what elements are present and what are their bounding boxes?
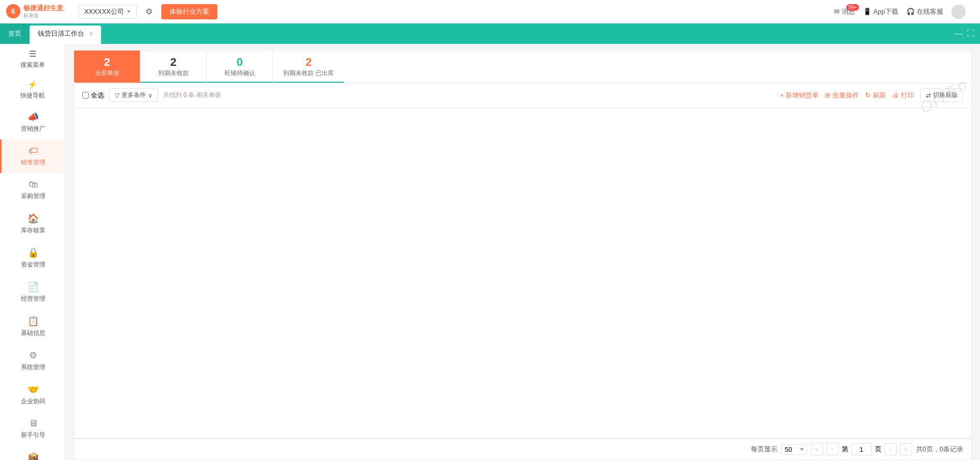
sidebar-item-inventory[interactable]: 🏠 库存核算 <box>0 207 65 241</box>
sidebar-item-basic[interactable]: 📋 基础信息 <box>0 309 65 344</box>
stat-tab-out[interactable]: 2 到期未收款 已出库 <box>273 51 344 83</box>
header-right: ✉ 消息 99+ 📱 App下载 🎧 在线客服 <box>834 5 974 19</box>
message-badge: 99+ <box>846 4 859 11</box>
service-icon: 🎧 <box>906 8 915 15</box>
top-header: 6 畅捷通好生意 标准版 XXXXXX公司 ▼ ⚙ 体验行业方案 ✉ 消息 99… <box>0 0 980 23</box>
table-area: OfTEn <box>74 108 972 439</box>
tab-bar-actions: — ⛶ <box>954 23 980 44</box>
refresh-icon: ↻ <box>865 91 871 99</box>
first-page-button[interactable]: « <box>811 443 823 455</box>
download-icon: 📱 <box>863 8 871 15</box>
tab-expand-icon[interactable]: ⛶ <box>967 29 975 38</box>
stat-tab-pending[interactable]: 0 旺辅待确认 <box>207 51 273 83</box>
sidebar: ☰ 搜索菜单 ⚡ 快捷导航 📣 营销推广 🏷 销售管理 🛍 采购管理 🏠 库存核… <box>0 44 65 460</box>
tab-minimize-icon[interactable]: — <box>954 29 963 38</box>
print-icon: 🖨 <box>892 91 899 99</box>
finance-icon: 🔒 <box>28 247 39 258</box>
chevron-down-icon: ▼ <box>126 9 131 14</box>
tab-home-label: 首页 <box>8 29 21 38</box>
stat-tab-overdue[interactable]: 2 到期未收款 <box>140 51 207 83</box>
sidebar-item-enterprise[interactable]: 🤝 企业协同 <box>0 378 65 412</box>
sidebar-item-marketing[interactable]: 📣 营销推广 <box>0 105 65 139</box>
last-page-button[interactable]: » <box>900 443 912 455</box>
operations-icon: 📄 <box>28 281 39 293</box>
sidebar-item-purchase[interactable]: 🛍 采购管理 <box>0 173 65 207</box>
sidebar-item-finance[interactable]: 🔒 资金管理 <box>0 241 65 275</box>
toolbar: 全选 ▽ 更多条件 ∨ 共找到 0 条 相关单据 + 新增销货单 ⊞ 批量操作 <box>74 83 972 108</box>
sales-icon: 🏷 <box>29 146 38 156</box>
stats-tabs: 2 全部单据 2 到期未收款 0 旺辅待确认 2 到期未收款 已出库 <box>74 50 972 83</box>
tab-cashflow[interactable]: 钱货日清工作台 × <box>30 26 101 44</box>
batch-operation-button[interactable]: ⊞ 批量操作 <box>825 91 859 100</box>
marketing-icon: 📣 <box>28 111 39 123</box>
header-left: 6 畅捷通好生意 标准版 XXXXXX公司 ▼ ⚙ 体验行业方案 <box>6 4 217 19</box>
total-info: 共0页，0条记录 <box>916 445 963 454</box>
select-all-checkbox[interactable]: 全选 <box>82 91 104 100</box>
tab-bar: 首页 钱货日清工作台 × — ⛶ <box>0 23 980 44</box>
filter-icon: ▽ <box>115 92 119 99</box>
app-download-button[interactable]: 📱 App下载 <box>863 7 898 16</box>
prev-page-button[interactable]: ‹ <box>826 443 839 455</box>
page-size-select[interactable]: 20 50 100 <box>781 444 807 455</box>
logo-text: 畅捷通好生意 标准版 <box>23 4 63 19</box>
batch-icon: ⊞ <box>825 91 830 99</box>
refresh-button[interactable]: ↻ 刷新 <box>865 91 886 100</box>
sidebar-item-appstore[interactable]: 📦 应用中心 <box>0 446 65 460</box>
toolbar-right: + 新增销货单 ⊞ 批量操作 ↻ 刷新 🖨 打印 ⇄ 切换新版 <box>780 88 963 102</box>
sidebar-item-guide[interactable]: 🖥 新手引导 <box>0 412 65 446</box>
guide-icon: 🖥 <box>29 418 38 429</box>
message-button[interactable]: ✉ 消息 99+ <box>834 7 855 16</box>
logo-icon: 6 <box>6 4 20 18</box>
sidebar-item-operations[interactable]: 📄 经营管理 <box>0 275 65 309</box>
filter-button[interactable]: ▽ 更多条件 ∨ <box>109 88 158 102</box>
switch-version-button[interactable]: ⇄ 切换新版 <box>920 88 963 102</box>
pagination: 每页显示 20 50 100 « ‹ 第 页 › » 共0页，0条记录 <box>74 439 972 460</box>
page-input[interactable] <box>851 443 872 455</box>
stat-tab-all[interactable]: 2 全部单据 <box>74 51 140 83</box>
sidebar-item-sales[interactable]: 🏷 销售管理 <box>0 139 65 173</box>
add-sale-button[interactable]: + 新增销货单 <box>780 91 819 100</box>
tab-home[interactable]: 首页 <box>0 23 30 44</box>
chevron-down-icon: ∨ <box>148 92 153 99</box>
quicknav-icon: ⚡ <box>28 80 38 89</box>
main-layout: ☰ 搜索菜单 ⚡ 快捷导航 📣 营销推广 🏷 销售管理 🛍 采购管理 🏠 库存核… <box>0 44 980 460</box>
search-icon: ☰ <box>29 49 36 59</box>
purchase-icon: 🛍 <box>29 179 38 190</box>
message-icon: ✉ <box>834 8 840 15</box>
basic-icon: 📋 <box>28 316 39 327</box>
inventory-icon: 🏠 <box>28 213 39 224</box>
appstore-icon: 📦 <box>28 452 39 460</box>
found-info: 共找到 0 条 相关单据 <box>163 91 221 100</box>
select-all-input[interactable] <box>82 92 89 99</box>
system-icon: ⚙ <box>29 350 37 361</box>
content-area: 2 全部单据 2 到期未收款 0 旺辅待确认 2 到期未收款 已出库 <box>65 44 980 460</box>
page-navigation: « ‹ 第 页 › » <box>811 443 912 455</box>
settings-button[interactable]: ⚙ <box>142 5 156 19</box>
print-button[interactable]: 🖨 打印 <box>892 91 914 100</box>
sidebar-search[interactable]: ☰ 搜索菜单 <box>0 44 65 75</box>
logo-area: 6 畅捷通好生意 标准版 <box>6 4 63 19</box>
switch-icon: ⇄ <box>926 92 931 99</box>
sidebar-item-system[interactable]: ⚙ 系统管理 <box>0 344 65 378</box>
watermark: OfTEn <box>916 108 971 117</box>
tab-close-icon[interactable]: × <box>89 30 93 37</box>
experience-button[interactable]: 体验行业方案 <box>161 4 217 19</box>
tab-cashflow-label: 钱货日清工作台 <box>38 29 84 38</box>
company-selector[interactable]: XXXXXX公司 ▼ <box>79 5 137 19</box>
sidebar-quicknav[interactable]: ⚡ 快捷导航 <box>0 75 65 105</box>
enterprise-icon: 🤝 <box>28 384 39 395</box>
online-service-button[interactable]: 🎧 在线客服 <box>906 7 943 16</box>
next-page-button[interactable]: › <box>885 443 897 455</box>
avatar[interactable] <box>951 5 966 19</box>
